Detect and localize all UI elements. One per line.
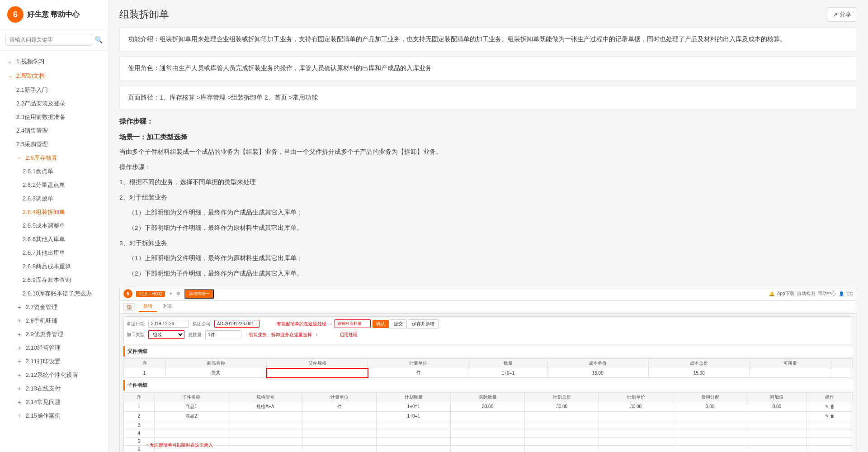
sidebar-item-2-4[interactable]: 2.4销售管理: [0, 124, 108, 138]
form-other-btn2[interactable]: 保存并新增: [408, 319, 439, 328]
intro-block-3: 页面路径：1、库存核算->库存管理->组装拆卸单 2、首页->常用功能: [119, 86, 857, 110]
article-body: 功能介绍：组装拆卸单用来处理企业组装或拆卸等加工业务，支持有固定装配清单的产品加…: [108, 27, 868, 452]
search-button[interactable]: 🔍: [95, 36, 103, 43]
sidebar-item-2-15[interactable]: ＋ 2.15操作案例: [0, 409, 108, 423]
lower-th-addon: 附加值: [747, 392, 807, 402]
upper-th-qty: 数量: [469, 358, 547, 368]
upper-td-qty: 1+0=1: [469, 368, 547, 378]
upper-section-title: 父件明细: [123, 346, 853, 357]
nav-docs-subitems: 2.1新手入门 2.2产品安装及登录 2.3使用前数据准备 2.4销售管理 2.…: [0, 83, 108, 423]
lower-th-name: 子件名称: [154, 392, 228, 402]
form-confirm-btn[interactable]: 确认: [373, 320, 389, 328]
sidebar-item-2-1[interactable]: 2.1新手入门: [0, 83, 108, 97]
sidebar-item-2-6-5[interactable]: 2.6.5成本调整单: [0, 219, 108, 233]
sidebar-item-2-6-7[interactable]: 2.6.7其他出库单: [0, 246, 108, 260]
sidebar-item-2-10[interactable]: ＋ 2.10经营管理: [0, 341, 108, 355]
step3: 3、对于拆卸业务: [119, 238, 857, 249]
upper-td-spec[interactable]: [267, 368, 368, 378]
app-nav-tab-new[interactable]: 新增: [139, 301, 157, 312]
upper-table: 序 商品名称 父件规格 计量单位 数量 成本单价 成本总价 可用量: [123, 358, 853, 378]
lower-td-1-plan-qty: 1+0=1: [377, 402, 451, 411]
sidebar-item-2-6-8[interactable]: 2.6.8商品成本重算: [0, 260, 108, 273]
upper-td-cost-price: 15.00: [547, 368, 648, 378]
lower-section-wrapper: 子件明细 序 子件名称 规格型号 计量单位 计划数量 实际: [123, 380, 853, 452]
lower-td-1-plan-price: 30.00: [599, 402, 673, 411]
intro-block-2: 使用角色：通常由生产人员或库管人员完成拆装业务的操作，库管人员确认原材料的出库和…: [119, 56, 857, 81]
upper-th-actions: [831, 358, 853, 368]
sidebar-item-2-12[interactable]: ＋ 2.12系统个性化设置: [0, 368, 108, 382]
app-nav-tab-list[interactable]: 列表: [159, 301, 177, 312]
lower-th-plan-qty: 计划数量: [377, 392, 451, 402]
app-new-order-btn[interactable]: 新增单据一: [184, 289, 214, 299]
form-assemble-label: 集团公司: [193, 321, 211, 327]
lower-td-2-spec: [228, 411, 302, 421]
sidebar-search-area: 🔍: [0, 29, 108, 51]
sidebar-item-2-8[interactable]: ＋ 2.8手机旺铺: [0, 314, 108, 328]
sidebar-item-2-6-6[interactable]: 2.6.6其他入库单: [0, 233, 108, 246]
sidebar-item-2-14[interactable]: ＋ 2.14常见问题: [0, 395, 108, 409]
form-assemble-select[interactable]: 选择对应料量: [335, 319, 371, 328]
sidebar-item-2-6-3[interactable]: 2.6.3调拨单: [0, 192, 108, 205]
sidebar-item-2-6-2[interactable]: 2.6.2分量盘点单: [0, 178, 108, 192]
app-icon-support: 帮助中心: [818, 290, 836, 297]
app-nav-tabs: 🏠 新增 列表: [120, 301, 857, 314]
form-doc-number[interactable]: AD-20191226-001: [214, 320, 259, 328]
lower-td-1-ops[interactable]: ✎ 🗑: [807, 402, 853, 411]
nav-group-video-header[interactable]: ＋ 1.视频学习: [0, 54, 108, 69]
step2-2: （2）下部明细为子件明细，最终作为原材料生成其它出库单。: [119, 222, 857, 234]
app-form-content: 单据日期 2019-12-26 集团公司 AD-20191226-001 有装配…: [120, 314, 857, 452]
app-settings-icon: ⚙: [176, 291, 181, 297]
sidebar-item-2-5[interactable]: 2.5采购管理: [0, 138, 108, 151]
nav-group-docs-label: 2.帮助文档: [16, 72, 45, 80]
lower-th-spec: 规格型号: [228, 392, 302, 402]
step3-2: （2）下部明细为子件明细，最终作为产成品生成其它入库单。: [119, 268, 857, 280]
sidebar-item-2-7[interactable]: ＋ 2.7资金管理: [0, 300, 108, 314]
form-date-input[interactable]: 2019-12-26: [148, 320, 189, 328]
annotation-assemble-text: 有装配清单的在这里处理: [277, 321, 326, 327]
lower-td-2-ops[interactable]: ✎ 🗑: [807, 411, 853, 421]
lower-th-unit: 计量单位: [302, 392, 377, 402]
sidebar-logo: 6 好生意 帮助中心: [0, 0, 108, 29]
step1: 1、根据不同的业务，选择不同单据的类型来处理: [119, 176, 857, 188]
lower-table-header-row: 序 子件名称 规格型号 计量单位 计划数量 实际数量 计划总价 计划单价 费用分: [124, 392, 853, 402]
sidebar-item-2-6-9[interactable]: 2.6.9库存账本查询: [0, 273, 108, 287]
sidebar-item-2-6-4[interactable]: 2.6.4组装拆卸单: [0, 205, 108, 219]
form-type-select[interactable]: 组装 拆卸: [148, 330, 184, 339]
app-screenshot-container: 6 TEST-H002 ▼ ⚙ 新增单据一 🔔 App下载 自助检测 帮助中心 …: [119, 287, 857, 452]
sidebar-item-2-6[interactable]: － 2.6库存核算: [0, 151, 108, 165]
lower-td-2-real-qty: [451, 411, 525, 421]
search-input[interactable]: [5, 34, 92, 46]
lower-th-ops: 操作: [807, 392, 853, 402]
annotation-arrow-1: →: [328, 321, 333, 326]
lower-th-real-qty: 实际数量: [451, 392, 525, 402]
sidebar-item-2-9[interactable]: ＋ 2.9优惠券管理: [0, 328, 108, 341]
share-button[interactable]: ↗ 分享: [827, 7, 857, 22]
upper-th-name: 商品名称: [165, 358, 267, 368]
annotation-arrow-5: ↑: [146, 442, 148, 447]
annotation-assemble: 有装配清单的在这里处理 → 选择对应料量 确认 提交 保存并新增: [277, 319, 439, 328]
sidebar-item-2-6-10[interactable]: 2.6.10库存账本错了怎么办: [0, 287, 108, 300]
sidebar-item-2-3[interactable]: 2.3使用前数据准备: [0, 110, 108, 124]
upper-td-action: [831, 368, 853, 378]
app-form-row-1: 单据日期 2019-12-26 集团公司 AD-20191226-001 有装配…: [127, 319, 850, 328]
lower-td-1-fee: 0.00: [673, 402, 747, 411]
upper-th-unit: 计量单位: [368, 358, 469, 368]
nav-group-docs-header[interactable]: － 2.帮助文档: [0, 69, 108, 83]
app-icon-bell: 🔔: [769, 291, 774, 296]
lower-td-2-fee: [673, 411, 747, 421]
annotation-freeform-text: ↑ 无固定清单可以随时在这里录入: [146, 442, 213, 448]
lower-td-2-name: 商品2: [154, 411, 228, 421]
screenshot-wrapper: 6 TEST-H002 ▼ ⚙ 新增单据一 🔔 App下载 自助检测 帮助中心 …: [119, 287, 857, 452]
intro-block-1: 功能介绍：组装拆卸单用来处理企业组装或拆卸等加工业务，支持有固定装配清单的产品加…: [119, 27, 857, 52]
sidebar: 6 好生意 帮助中心 🔍 ＋ 1.视频学习 － 2.帮助文档 2.1新手入门 2…: [0, 0, 108, 452]
upper-td-name: 关某: [165, 368, 267, 378]
upper-th-seq: 序: [124, 358, 165, 368]
sidebar-item-2-6-1[interactable]: 2.6.1盘点单: [0, 165, 108, 178]
sidebar-item-2-2[interactable]: 2.2产品安装及登录: [0, 97, 108, 110]
app-icon-user: 👤: [839, 291, 844, 296]
form-other-btn1[interactable]: 提交: [390, 319, 407, 328]
app-screenshot: 6 TEST-H002 ▼ ⚙ 新增单据一 🔔 App下载 自助检测 帮助中心 …: [120, 287, 857, 452]
sidebar-item-2-13[interactable]: ＋ 2.13在线支付: [0, 382, 108, 395]
sidebar-item-2-11[interactable]: ＋ 2.11打印设置: [0, 355, 108, 368]
lower-th-plan-total: 计划总价: [525, 392, 599, 402]
